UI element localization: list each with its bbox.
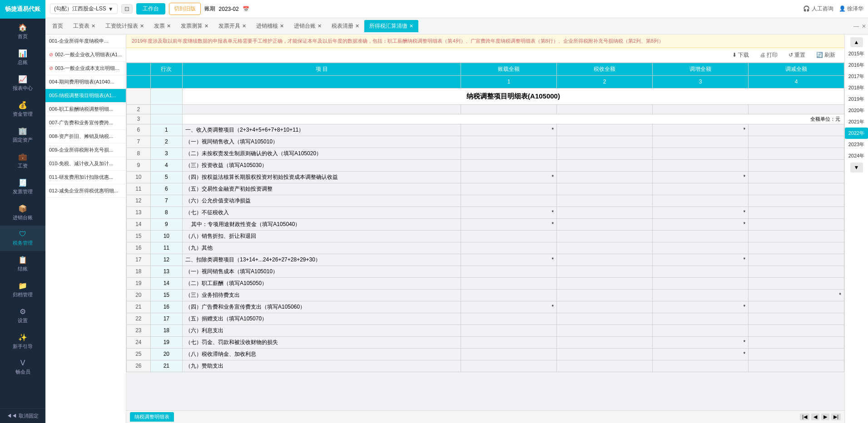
tab-tax-clear[interactable]: 税表清册 ✕ — [327, 20, 364, 32]
tab-purchase-check[interactable]: 进销稽核 ✕ — [251, 20, 289, 32]
year-2015[interactable]: 2015年 — [845, 48, 868, 59]
file-item-010[interactable]: 010-免税、减计收入及加计... — [45, 157, 126, 171]
tab-purchase-ledger[interactable]: 进销台账 ✕ — [289, 20, 327, 32]
file-item-007[interactable]: 007-广告费和业务宣传费跨... — [45, 116, 126, 130]
tab-invoice-close[interactable]: ✕ — [167, 23, 171, 29]
sidebar-item-label: 固定资产 — [13, 137, 33, 143]
tab-invoice-open-close[interactable]: ✕ — [242, 23, 246, 29]
file-item-004[interactable]: 004-期间费用明细表(A1040... — [45, 75, 126, 89]
sidebar-item-payroll[interactable]: 💼 工资 — [0, 148, 45, 174]
tab-payroll-stat-close[interactable]: ✕ — [140, 23, 144, 29]
year-up-button[interactable]: ▲ — [850, 37, 863, 47]
tab-purchase-ledger-close[interactable]: ✕ — [317, 23, 322, 29]
refresh-icon: 🔄 — [816, 52, 823, 58]
file-item-009[interactable]: 009-企业所得税附补充号损... — [45, 143, 126, 157]
warning-text: 2019年度涉及取以前年度继续数据的申报表单元格需要手工维护正确，才能保证本年及… — [132, 38, 664, 44]
scroll-right-most[interactable]: ▶| — [831, 413, 841, 420]
tab-purchase-check-close[interactable]: ✕ — [280, 23, 284, 29]
payroll-icon: 💼 — [18, 152, 27, 161]
tab-payroll-close[interactable]: ✕ — [91, 23, 95, 29]
tab-invoice-open[interactable]: 发票开具 ✕ — [213, 20, 251, 32]
file-item-002[interactable]: ⊘ 002-一般企业收入明细表(A1... — [45, 48, 126, 62]
year-2022[interactable]: 2022年 — [845, 128, 868, 139]
year-2021[interactable]: 2021年 — [845, 116, 868, 128]
file-item-012[interactable]: 012-减免企业所得税优惠明细... — [45, 184, 126, 198]
tab-home-label: 首页 — [52, 22, 63, 30]
sidebar-item-label: 税务管理 — [13, 240, 33, 246]
year-2020[interactable]: 2020年 — [845, 105, 868, 116]
download-button[interactable]: ⬇ 下载 — [729, 50, 753, 60]
table-row: 16 11 （九）其他 — [127, 242, 844, 254]
support-link[interactable]: 🎧 人工咨询 — [803, 5, 833, 13]
close-all-icon[interactable]: ✕ — [862, 23, 866, 30]
print-button[interactable]: 🖨 打印 — [756, 50, 781, 60]
sheet-area: 2019年度涉及取以前年度继续数据的申报表单元格需要手工维护正确，才能保证本年及… — [126, 34, 844, 423]
sidebar-item-guide[interactable]: ✨ 新手引导 — [0, 329, 45, 354]
reset-button[interactable]: ↺ 重置 — [785, 50, 809, 60]
file-item-003[interactable]: ⊘ 003-一般企业成本支出明细... — [45, 62, 126, 75]
tab-tax-clear-close[interactable]: ✕ — [355, 23, 359, 29]
sidebar-item-home[interactable]: 🏠 首页 — [0, 19, 45, 44]
scroll-left-most[interactable]: |◀ — [800, 413, 809, 420]
period-value: 2023-02 — [219, 6, 239, 12]
file-item-008[interactable]: 008-资产折旧、摊销及纳税... — [45, 130, 126, 143]
tab-income-tax[interactable]: 所得税汇算清缴 ✕ — [364, 20, 418, 32]
tab-invoice-calc-close[interactable]: ✕ — [204, 23, 208, 29]
file-item-006[interactable]: 006-职工薪酬纳税调整明细... — [45, 103, 126, 116]
tab-actions: — ✕ — [853, 23, 866, 30]
sidebar-item-ledger[interactable]: 📊 总账 — [0, 44, 45, 70]
bottom-tab-tax-adj[interactable]: 纳税调整明细表 — [130, 412, 174, 422]
tab-home[interactable]: 首页 — [47, 20, 68, 32]
table-row: 12 7 （六）公允价值变动净损益 — [127, 195, 844, 207]
tab-invoice-calc[interactable]: 发票测算 ✕ — [176, 20, 213, 32]
year-2023[interactable]: 2023年 — [845, 139, 868, 150]
workbench-button[interactable]: 工作台 — [136, 3, 165, 15]
scroll-right[interactable]: ▶ — [821, 413, 829, 420]
file-panel: 001-企业所得年度纳税申... ⊘ 002-一般企业收入明细表(A1... ⊘… — [45, 34, 126, 423]
spreadsheet-container[interactable]: 行次 项 目 账载全额 税收全额 调增全额 调减全额 1 2 — [126, 63, 844, 411]
sidebar-item-settle[interactable]: 📋 结账 — [0, 251, 45, 277]
file-label: 011-研发费用加计扣除优惠... — [49, 174, 113, 181]
company-icon-button[interactable]: ⊡ — [121, 4, 133, 14]
file-item-011[interactable]: 011-研发费用加计扣除优惠... — [45, 171, 126, 184]
warning-bar: 2019年度涉及取以前年度继续数据的申报表单元格需要手工维护正确，才能保证本年及… — [126, 34, 844, 48]
file-item-005[interactable]: 005-纳税调整项目明细表(A1... — [45, 89, 126, 103]
bottom-bar: 纳税调整明细表 |◀ ◀ ▶ ▶| — [126, 410, 844, 423]
calendar-icon[interactable]: 📅 — [243, 6, 249, 12]
year-2024[interactable]: 2024年 — [845, 150, 868, 162]
scroll-left[interactable]: ◀ — [811, 413, 819, 420]
tab-payroll[interactable]: 工资表 ✕ — [68, 20, 100, 32]
year-2018[interactable]: 2018年 — [845, 82, 868, 93]
sidebar-item-purchase[interactable]: 📦 进销台账 — [0, 200, 45, 226]
year-2016[interactable]: 2016年 — [845, 59, 868, 71]
sidebar-item-tax[interactable]: 🛡 税务管理 — [0, 226, 45, 251]
tab-invoice[interactable]: 发票 ✕ — [149, 20, 176, 32]
user-avatar[interactable]: 👤 徐泽华 — [839, 5, 863, 13]
sidebar-item-label: 结账 — [18, 266, 28, 272]
sidebar-item-assets[interactable]: 🏢 固定资产 — [0, 122, 45, 148]
content-area: 001-企业所得年度纳税申... ⊘ 002-一般企业收入明细表(A1... ⊘… — [45, 34, 868, 423]
minimize-icon[interactable]: — — [853, 23, 859, 30]
sidebar-item-settings[interactable]: ⚙ 设置 — [0, 303, 45, 329]
year-2017[interactable]: 2017年 — [845, 71, 868, 82]
sidebar-item-archive[interactable]: 📁 归档管理 — [0, 277, 45, 303]
sidebar-item-invoice[interactable]: 🧾 发票管理 — [0, 174, 45, 200]
year-down-button[interactable]: ▼ — [850, 162, 863, 172]
tab-income-tax-close[interactable]: ✕ — [409, 23, 413, 29]
unpin-button[interactable]: ◀◀ 取消固定 — [0, 408, 45, 423]
tab-payroll-stat[interactable]: 工资统计报表 ✕ — [100, 20, 149, 32]
sidebar-item-label: 发票管理 — [13, 188, 33, 195]
table-row: 14 9 其中：专项用途财政性资金（填写A105040） * * — [127, 218, 844, 230]
sidebar-item-report[interactable]: 📈 报表中心 — [0, 70, 45, 96]
company-selector[interactable]: (勾配）江西股金-LSS ▼ — [50, 4, 118, 14]
col-A-header: 行次 — [150, 63, 182, 75]
sidebar-item-label: 进销台账 — [13, 214, 33, 221]
file-item-001[interactable]: 001-企业所得年度纳税申... — [45, 34, 126, 48]
switch-old-button[interactable]: 切到旧版 — [169, 3, 201, 15]
sidebar-item-capital[interactable]: 💰 资金管理 — [0, 96, 45, 122]
sidebar-item-vip[interactable]: V 畅会员 — [0, 354, 45, 380]
tab-tax-clear-label: 税表清册 — [332, 22, 353, 30]
year-2019[interactable]: 2019年 — [845, 93, 868, 105]
sidebar-item-label: 设置 — [18, 317, 28, 324]
refresh-button[interactable]: 🔄 刷新 — [813, 50, 839, 60]
